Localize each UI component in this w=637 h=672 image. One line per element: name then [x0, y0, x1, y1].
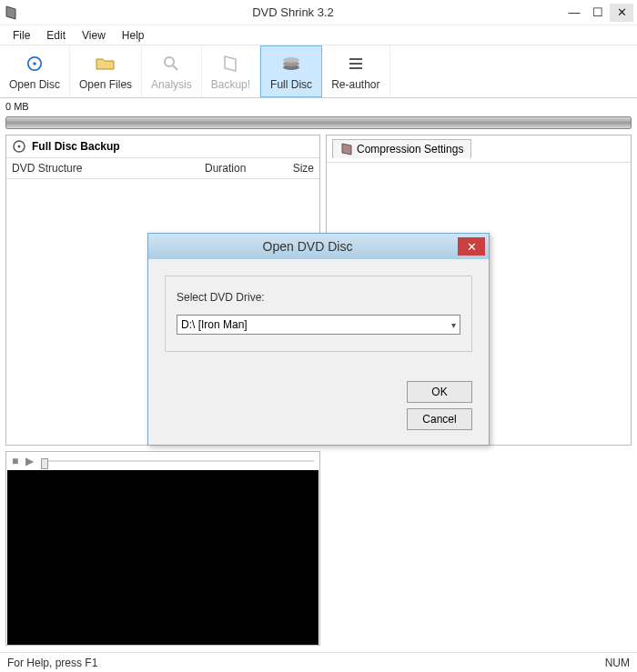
maximize-button[interactable]: ☐	[586, 4, 610, 22]
disc-small-icon	[12, 139, 26, 154]
video-preview	[7, 470, 318, 645]
seek-thumb[interactable]	[41, 458, 48, 469]
menubar: File Edit View Help	[0, 25, 637, 45]
cancel-button[interactable]: Cancel	[407, 408, 472, 430]
left-panel-title: Full Disc Backup	[32, 140, 120, 153]
search-icon	[163, 53, 179, 75]
compression-icon	[340, 143, 353, 155]
app-icon	[4, 5, 18, 20]
open-files-button[interactable]: Open Files	[70, 45, 142, 97]
analysis-button: Analysis	[142, 45, 202, 97]
status-help: For Help, press F1	[7, 657, 97, 669]
size-label: 0 MB	[0, 98, 637, 115]
discs-icon	[281, 53, 301, 75]
left-panel-header: Full Disc Backup	[6, 135, 319, 158]
svg-point-1	[33, 62, 36, 65]
close-button[interactable]: ✕	[610, 4, 633, 22]
dialog-title: Open DVD Disc	[157, 239, 458, 254]
menu-view[interactable]: View	[75, 27, 113, 44]
drive-label: Select DVD Drive:	[177, 291, 460, 304]
list-icon	[348, 53, 364, 75]
size-progress-bar	[5, 116, 632, 129]
disc-icon	[26, 53, 43, 75]
titlebar: DVD Shrink 3.2 — ☐ ✕	[0, 0, 637, 25]
dialog-close-button[interactable]: ✕	[458, 237, 485, 256]
svg-point-2	[165, 57, 174, 66]
drive-fieldset: Select DVD Drive: D:\ [Iron Man] ▾	[165, 276, 472, 352]
dialog-titlebar[interactable]: Open DVD Disc ✕	[148, 234, 489, 259]
menu-edit[interactable]: Edit	[39, 27, 73, 44]
ok-button[interactable]: OK	[407, 381, 472, 403]
open-dvd-dialog: Open DVD Disc ✕ Select DVD Drive: D:\ [I…	[147, 233, 490, 446]
window-title: DVD Shrink 3.2	[24, 5, 562, 19]
toolbar: Open Disc Open Files Analysis Backup! Fu…	[0, 45, 637, 98]
statusbar: For Help, press F1 NUM	[0, 652, 637, 672]
svg-line-3	[173, 65, 177, 70]
backup-button: Backup!	[202, 45, 260, 97]
menu-file[interactable]: File	[5, 27, 37, 44]
backup-icon	[222, 53, 238, 75]
full-disc-button[interactable]: Full Disc	[260, 45, 322, 97]
minimize-button[interactable]: —	[562, 4, 586, 22]
svg-point-11	[18, 145, 21, 148]
svg-point-6	[283, 57, 299, 63]
col-duration[interactable]: Duration	[205, 162, 278, 175]
drive-select[interactable]: D:\ [Iron Man] ▾	[177, 315, 460, 335]
play-button[interactable]: ▶	[25, 455, 34, 467]
col-structure[interactable]: DVD Structure	[12, 162, 205, 175]
seek-slider[interactable]	[41, 460, 314, 462]
menu-help[interactable]: Help	[115, 27, 152, 44]
tab-compression-settings[interactable]: Compression Settings	[332, 139, 471, 158]
status-num: NUM	[605, 657, 630, 669]
stop-button[interactable]: ■	[12, 455, 18, 467]
preview-panel: ■ ▶	[5, 451, 320, 646]
col-size[interactable]: Size	[278, 162, 314, 175]
drive-select-value: D:\ [Iron Man]	[181, 318, 248, 331]
chevron-down-icon: ▾	[451, 320, 456, 330]
column-headers: DVD Structure Duration Size	[6, 158, 319, 179]
right-panel-tabs: Compression Settings	[327, 135, 631, 163]
open-disc-button[interactable]: Open Disc	[0, 45, 70, 97]
folder-open-icon	[96, 53, 116, 75]
reauthor-button[interactable]: Re-author	[322, 45, 389, 97]
tab-compression-label: Compression Settings	[357, 143, 463, 155]
